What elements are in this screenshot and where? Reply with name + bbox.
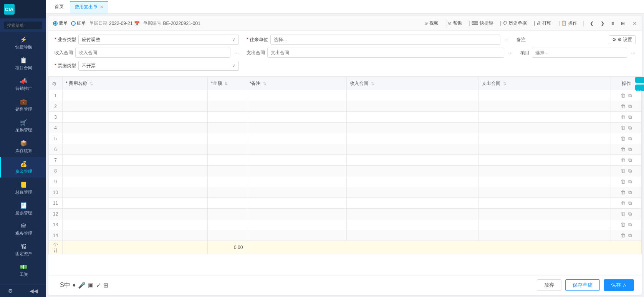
cell-expense-name[interactable] — [63, 198, 208, 209]
cell-amount[interactable] — [208, 198, 246, 209]
expense-contract-more-icon[interactable]: ··· — [508, 50, 513, 56]
next-btn[interactable]: ❯ — [598, 20, 607, 27]
income-contract-input[interactable] — [75, 48, 230, 58]
cell-expense-contract[interactable] — [478, 123, 611, 133]
cell-expense-contract[interactable] — [478, 219, 611, 230]
copy-row-icon[interactable]: ⧉ — [628, 232, 632, 238]
settings-icon[interactable]: ⚙ — [8, 288, 13, 294]
cell-expense-contract[interactable] — [478, 230, 611, 241]
delete-row-icon[interactable]: 🗑 — [621, 157, 626, 163]
video-btn[interactable]: ⊙ 视频 — [422, 19, 441, 27]
table-settings-icon[interactable]: ⚙ — [52, 81, 57, 87]
cell-income-contract[interactable] — [346, 133, 478, 144]
copy-row-icon[interactable]: ⧉ — [628, 103, 632, 109]
ops-btn[interactable]: | 📋 操作 — [556, 19, 579, 27]
cell-expense-contract[interactable] — [478, 166, 611, 176]
cell-expense-contract[interactable] — [478, 209, 611, 219]
cell-note[interactable] — [246, 166, 346, 176]
sort-icon-expense[interactable]: ⇅ — [503, 81, 506, 86]
tab-home[interactable]: 首页 — [50, 1, 68, 13]
delete-row-icon[interactable]: 🗑 — [621, 211, 626, 217]
cell-income-contract[interactable] — [346, 230, 478, 241]
grid-view-btn[interactable]: ⊞ — [619, 20, 627, 27]
invoice-type-select[interactable]: 不开票 ∨ — [78, 61, 239, 71]
cell-expense-contract[interactable] — [478, 187, 611, 198]
print-btn[interactable]: | 🖨 打印 — [531, 19, 554, 27]
cell-note[interactable] — [246, 133, 346, 144]
income-contract-more-icon[interactable]: ··· — [234, 50, 239, 56]
delete-row-icon[interactable]: 🗑 — [621, 146, 626, 152]
cell-note[interactable] — [246, 230, 346, 241]
sidebar-item-fixed-assets[interactable]: 🏗 固定资产 — [0, 239, 46, 260]
radio-red[interactable]: 红单 — [71, 20, 86, 27]
delete-row-icon[interactable]: 🗑 — [621, 200, 626, 206]
cell-income-contract[interactable] — [346, 101, 478, 112]
cell-expense-name[interactable] — [63, 187, 208, 198]
sidebar-item-marketing[interactable]: 📣 营销推广 — [0, 74, 46, 95]
cell-expense-contract[interactable] — [478, 176, 611, 187]
cell-income-contract[interactable] — [346, 209, 478, 219]
cell-income-contract[interactable] — [346, 198, 478, 209]
cell-expense-name[interactable] — [63, 112, 208, 123]
prev-btn[interactable]: ❮ — [588, 20, 596, 27]
tab-expense[interactable]: 费用支出单✕ — [70, 1, 108, 13]
cell-expense-name[interactable] — [63, 101, 208, 112]
delete-row-icon[interactable]: 🗑 — [621, 189, 626, 195]
sidebar-item-ops-mgmt[interactable]: 📊 经营管理 — [0, 280, 46, 284]
radio-blue[interactable]: 蓝单 — [53, 20, 68, 27]
close-btn[interactable]: ✕ — [632, 20, 637, 27]
project-more-icon[interactable]: ··· — [631, 50, 636, 56]
copy-row-icon[interactable]: ⧉ — [628, 179, 632, 184]
history-btn[interactable]: | ⏱ 历史单据 — [498, 19, 530, 27]
cell-amount[interactable] — [208, 101, 246, 112]
audio-icon[interactable]: ◀◀ — [30, 288, 38, 294]
search-input[interactable] — [4, 22, 42, 29]
cell-note[interactable] — [246, 198, 346, 209]
cell-income-contract[interactable] — [346, 166, 478, 176]
cell-expense-name[interactable] — [63, 90, 208, 101]
footer-icon-3[interactable]: ▣ — [88, 282, 94, 289]
sidebar-item-stock-check[interactable]: 📦 库存核算 — [0, 136, 46, 157]
cell-expense-name[interactable] — [63, 133, 208, 144]
copy-row-icon[interactable]: ⧉ — [628, 125, 632, 131]
cell-expense-contract[interactable] — [478, 198, 611, 209]
copy-row-icon[interactable]: ⧉ — [628, 146, 632, 152]
delete-row-icon[interactable]: 🗑 — [621, 179, 626, 184]
footer-icon-1[interactable]: ♦ — [73, 282, 76, 289]
save-button[interactable]: 保存 ∧ — [604, 279, 634, 291]
th-settings[interactable]: ⚙ — [49, 77, 63, 90]
cell-note[interactable] — [246, 209, 346, 219]
settings-button[interactable]: ⚙ ⚙ 设置 — [609, 35, 636, 44]
cell-income-contract[interactable] — [346, 187, 478, 198]
cell-expense-name[interactable] — [63, 209, 208, 219]
sidebar-item-project-contract[interactable]: 📋 项目合同 — [0, 53, 46, 74]
copy-row-icon[interactable]: ⧉ — [628, 114, 632, 120]
sort-icon-amount[interactable]: ⇅ — [225, 81, 228, 86]
cell-expense-contract[interactable] — [478, 90, 611, 101]
sidebar-item-ledger-mgmt[interactable]: 📒 总账管理 — [0, 178, 46, 198]
cell-amount[interactable] — [208, 112, 246, 123]
cell-amount[interactable] — [208, 230, 246, 241]
cell-note[interactable] — [246, 176, 346, 187]
cell-note[interactable] — [246, 187, 346, 198]
delete-row-icon[interactable]: 🗑 — [621, 93, 626, 98]
copy-row-icon[interactable]: ⧉ — [628, 189, 632, 195]
delete-row-icon[interactable]: 🗑 — [621, 136, 626, 141]
cell-income-contract[interactable] — [346, 155, 478, 166]
delete-row-icon[interactable]: 🗑 — [621, 232, 626, 238]
copy-row-icon[interactable]: ⧉ — [628, 136, 632, 141]
cell-income-contract[interactable] — [346, 219, 478, 230]
biz-type-select[interactable]: 应付调整 ∨ — [78, 35, 239, 45]
delete-row-icon[interactable]: 🗑 — [621, 103, 626, 109]
cell-amount[interactable] — [208, 90, 246, 101]
cell-expense-contract[interactable] — [478, 144, 611, 155]
sidebar-item-purchase-mgmt[interactable]: 🛒 采购管理 — [0, 115, 46, 136]
cell-amount[interactable] — [208, 155, 246, 166]
cell-amount[interactable] — [208, 166, 246, 176]
delete-row-icon[interactable]: 🗑 — [621, 168, 626, 174]
calendar-icon[interactable]: 📅 — [134, 21, 140, 26]
copy-row-icon[interactable]: ⧉ — [628, 222, 632, 227]
sidebar-item-tax-mgmt[interactable]: 🏛 税务管理 — [0, 219, 46, 239]
cell-note[interactable] — [246, 112, 346, 123]
cell-note[interactable] — [246, 123, 346, 133]
